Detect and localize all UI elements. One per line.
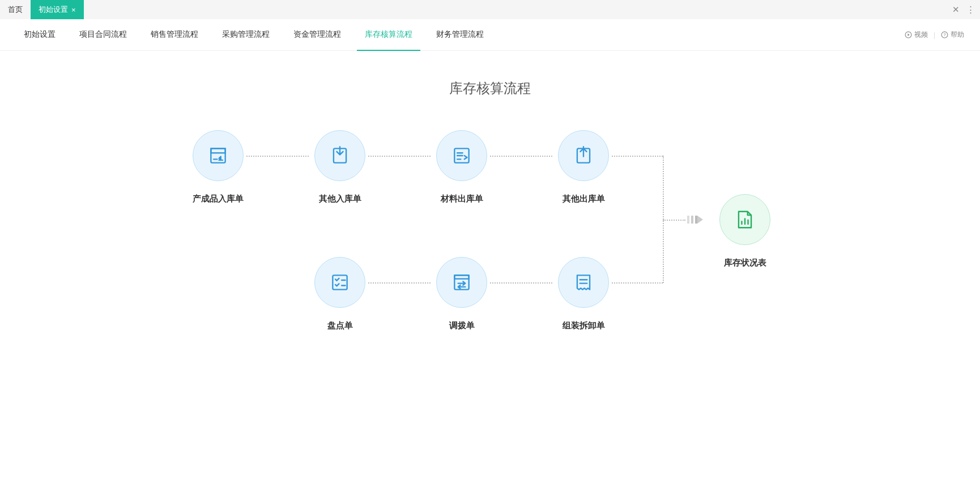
nav-item-label: 库存核算流程 [365,29,412,40]
doc-in-icon [207,145,229,166]
svg-rect-8 [333,275,347,289]
nav-item-label: 资金管理流程 [293,29,341,40]
node-circle [436,130,487,181]
nav-item-label: 销售管理流程 [151,29,198,40]
download-doc-icon [329,145,351,166]
process-nav: 初始设置 项目合同流程 销售管理流程 采购管理流程 资金管理流程 库存核算流程 … [0,19,980,51]
list-arrow-icon [451,145,472,166]
node-circle [314,130,365,181]
checklist-icon [329,272,351,293]
connector [612,282,663,284]
svg-rect-3 [211,148,225,162]
svg-text:?: ? [943,32,945,37]
play-circle-icon [905,31,912,38]
node-transfer[interactable]: 调拨单 [433,257,490,331]
nav-item-purchase[interactable]: 采购管理流程 [214,19,278,51]
node-inventory-report[interactable]: 库存状况表 [717,194,773,268]
connector [663,220,685,221]
tab-home-label: 首页 [8,5,23,15]
node-count[interactable]: 盘点单 [312,257,368,331]
node-material-out[interactable]: 材料出库单 [433,130,490,204]
connector [612,156,663,157]
help-link-label: 帮助 [951,30,964,40]
connector [368,282,431,284]
nav-item-initial[interactable]: 初始设置 [16,19,63,51]
chart-doc-icon [734,209,756,230]
video-link-label: 视频 [914,30,928,40]
nav-item-label: 财务管理流程 [436,29,484,40]
connector [490,156,552,157]
nav-item-label: 采购管理流程 [222,29,270,40]
node-circle [436,257,487,308]
page-title: 库存核算流程 [0,79,980,97]
node-label: 其他出库单 [555,194,612,204]
flow-arrow-icon [687,216,703,224]
flow-content: 库存核算流程 产成品入库单 其他入库单 [0,51,980,502]
connector [368,156,431,157]
svg-rect-10 [454,275,468,278]
nav-item-label: 项目合同流程 [79,29,127,40]
connector [490,282,552,284]
node-label: 其他入库单 [312,194,368,204]
node-circle [314,257,365,308]
node-other-in[interactable]: 其他入库单 [312,130,368,204]
node-label: 盘点单 [312,320,368,331]
node-circle [719,194,770,245]
node-label: 材料出库单 [433,194,490,204]
upload-doc-icon [573,145,594,166]
node-label: 组装拆卸单 [555,320,612,331]
separator: | [934,31,935,39]
receipt-icon [573,272,594,293]
node-assemble[interactable]: 组装拆卸单 [555,257,612,331]
nav-item-finance[interactable]: 财务管理流程 [428,19,492,51]
flow-canvas: 产成品入库单 其他入库单 材料出库单 其他出库单 盘点单 [190,130,790,424]
window-tab-bar: 首页 初始设置 × ✕ ⋮ [0,0,980,19]
svg-rect-4 [211,148,225,153]
nav-item-label: 初始设置 [24,29,56,40]
node-finished-product-in[interactable]: 产成品入库单 [190,130,246,204]
window-more-button[interactable]: ⋮ [964,3,977,16]
nav-item-project[interactable]: 项目合同流程 [71,19,135,51]
node-circle [558,257,609,308]
video-link[interactable]: 视频 [905,30,928,40]
node-circle [558,130,609,181]
node-other-out[interactable]: 其他出库单 [555,130,612,204]
swap-icon [451,272,472,293]
node-label: 调拨单 [433,320,490,331]
nav-item-inventory[interactable]: 库存核算流程 [357,19,420,51]
node-label: 库存状况表 [717,258,773,268]
help-link[interactable]: ? 帮助 [941,30,964,40]
question-circle-icon: ? [941,31,948,38]
node-circle [193,130,244,181]
close-icon[interactable]: × [71,6,76,14]
tab-initial-settings-label: 初始设置 [39,5,68,15]
tab-home[interactable]: 首页 [0,0,31,19]
tab-initial-settings[interactable]: 初始设置 × [31,0,84,19]
connector [246,156,309,157]
node-label: 产成品入库单 [190,194,246,204]
window-close-button[interactable]: ✕ [949,3,962,16]
nav-item-sales[interactable]: 销售管理流程 [143,19,206,51]
nav-item-funds[interactable]: 资金管理流程 [286,19,349,51]
